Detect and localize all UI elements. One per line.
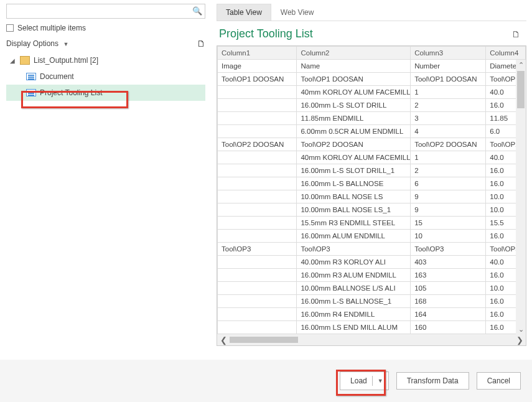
table-cell: 105 [411, 282, 486, 295]
scroll-left-icon[interactable]: ❮ [218, 335, 228, 345]
search-icon[interactable]: 🔍 [192, 6, 202, 16]
table-cell [218, 282, 297, 295]
folder-icon [20, 56, 30, 65]
table-cell: Tool\OP2 DOOSAN [297, 138, 411, 151]
table-cell: 16.00mm L-S SLOT DRILL_1 [297, 164, 411, 177]
table-row[interactable]: 16.00mm L-S BALLNOSE_116816.0 [218, 295, 526, 308]
table-row[interactable]: 10.00mm BALL NOSE LS910.0 [218, 190, 526, 203]
table-cell: 16.00mm LS END MILL ALUM [297, 321, 411, 334]
table-cell: 163 [411, 269, 486, 282]
table-cell: 16.00mm R3 ALUM ENDMILL [297, 269, 411, 282]
table-cell: Tool\OP3 [297, 243, 411, 256]
collapse-icon[interactable]: ◢ [9, 57, 16, 64]
preview-title: Project Tooling List [219, 27, 313, 40]
table-cell: 164 [411, 308, 486, 321]
table-cell [218, 99, 297, 112]
table-header-row: Column1 Column2 Column3 Column4 [218, 47, 526, 60]
table-row[interactable]: 10.00mm BALL NOSE LS_1910.0 [218, 203, 526, 217]
table-cell: 16.00mm L-S BALLNOSE [297, 177, 411, 190]
table-row[interactable]: 16.00mm ALUM ENDMILL1016.0 [218, 230, 526, 243]
table-cell: Tool\OP1 DOOSAN [218, 73, 297, 86]
table-cell: 2 [411, 99, 486, 112]
table-cell: 10.00mm BALL NOSE LS [297, 190, 411, 203]
refresh-icon[interactable]: 🗋 [197, 39, 205, 49]
scroll-thumb[interactable] [517, 71, 525, 108]
scroll-thumb[interactable] [230, 337, 298, 343]
table-cell: Image [218, 60, 297, 73]
horizontal-scrollbar[interactable]: ❮ ❯ [217, 334, 526, 345]
table-cell [218, 125, 297, 138]
tree-item-document[interactable]: Document [6, 68, 205, 85]
table-cell: 160 [411, 321, 486, 334]
table-cell [218, 112, 297, 125]
tree-root-item[interactable]: ◢ List_Output.html [2] [6, 52, 205, 68]
table-row[interactable]: 40mm KORLOY ALUM FACEMILL140.0 [218, 86, 526, 99]
table-cell: 403 [411, 256, 486, 269]
table-cell: 168 [411, 295, 486, 308]
table-cell: 6.00mm 0.5CR ALUM ENDMILL [297, 125, 411, 138]
cancel-button[interactable]: Cancel [477, 372, 521, 390]
search-box[interactable]: 🔍 [6, 4, 205, 19]
table-cell [218, 308, 297, 321]
column-header[interactable]: Column3 [411, 47, 486, 60]
table-row[interactable]: 10.00mm BALLNOSE L/S ALI10510.0 [218, 282, 526, 295]
table-row[interactable]: 11.85mm ENDMILL311.85 [218, 112, 526, 125]
table-cell [218, 151, 297, 164]
transform-data-button[interactable]: Transform Data [396, 372, 469, 390]
scroll-down-icon[interactable]: ⌄ [516, 324, 526, 334]
table-cell [218, 203, 297, 217]
column-header[interactable]: Column1 [218, 47, 297, 60]
options-icon[interactable]: 🗋 [511, 29, 520, 39]
table-cell: 11.85mm ENDMILL [297, 112, 411, 125]
table-cell: 16.00mm L-S SLOT DRILL [297, 99, 411, 112]
table-row[interactable]: 16.00mm LS END MILL ALUM16016.0 [218, 321, 526, 334]
footer-bar: Load ▼ Transform Data Cancel [0, 360, 532, 402]
data-table-container: Column1 Column2 Column3 Column4 ImageNam… [217, 45, 526, 346]
tree-item-project-tooling-list[interactable]: Project Tooling List [6, 85, 205, 101]
chevron-down-icon[interactable]: ▼ [378, 378, 383, 384]
vertical-scrollbar[interactable]: ⌃ ⌄ [516, 60, 526, 334]
table-cell: Tool\OP2 DOOSAN [411, 138, 486, 151]
table-row[interactable]: Tool\OP2 DOOSANTool\OP2 DOOSANTool\OP2 D… [218, 138, 526, 151]
tab-table-view[interactable]: Table View [217, 4, 271, 21]
table-cell: 10 [411, 230, 486, 243]
table-row[interactable]: 40mm KORLOY ALUM FACEMILL_1140.0 [218, 151, 526, 164]
table-icon [26, 89, 36, 96]
table-row[interactable]: Tool\OP3Tool\OP3Tool\OP3Tool\OP3 [218, 243, 526, 256]
table-row[interactable]: 16.00mm R3 ALUM ENDMILL16316.0 [218, 269, 526, 282]
scroll-right-icon[interactable]: ❯ [515, 335, 525, 345]
table-row[interactable]: 15.5mm R3 ENDMILL STEEL1515.5 [218, 217, 526, 230]
table-cell: 15.5mm R3 ENDMILL STEEL [297, 217, 411, 230]
checkbox-icon[interactable] [6, 24, 14, 32]
select-multiple-label: Select multiple items [17, 24, 86, 32]
table-cell: 1 [411, 151, 486, 164]
table-cell [218, 164, 297, 177]
table-cell [218, 86, 297, 99]
table-row[interactable]: 16.00mm L-S SLOT DRILL_1216.0 [218, 164, 526, 177]
column-header[interactable]: Column4 [486, 47, 526, 60]
table-cell: 3 [411, 112, 486, 125]
tree-item-label: List_Output.html [2] [34, 56, 98, 65]
table-row[interactable]: ImageNameNumberDiameter [218, 60, 526, 73]
table-cell: 1 [411, 86, 486, 99]
search-input[interactable] [7, 4, 205, 18]
tab-web-view[interactable]: Web View [271, 4, 324, 21]
table-cell: 9 [411, 203, 486, 217]
column-header[interactable]: Column2 [297, 47, 411, 60]
load-button[interactable]: Load ▼ [340, 372, 389, 390]
table-cell: Number [411, 60, 486, 73]
table-cell: 40.00mm R3 KORLOY ALI [297, 256, 411, 269]
table-cell: Tool\OP2 DOOSAN [218, 138, 297, 151]
table-row[interactable]: 40.00mm R3 KORLOY ALI40340.0 [218, 256, 526, 269]
table-row[interactable]: 16.00mm L-S SLOT DRILL216.0 [218, 99, 526, 112]
scroll-up-icon[interactable]: ⌃ [516, 60, 526, 70]
select-multiple-items[interactable]: Select multiple items [6, 24, 205, 32]
table-row[interactable]: Tool\OP1 DOOSANTool\OP1 DOOSANTool\OP1 D… [218, 73, 526, 86]
table-cell: Tool\OP3 [411, 243, 486, 256]
table-row[interactable]: 16.00mm R4 ENDMILL16416.0 [218, 308, 526, 321]
table-row[interactable]: 6.00mm 0.5CR ALUM ENDMILL46.0 [218, 125, 526, 138]
table-cell: 16.00mm ALUM ENDMILL [297, 230, 411, 243]
view-tabs: Table View Web View [217, 4, 526, 21]
table-row[interactable]: 16.00mm L-S BALLNOSE616.0 [218, 177, 526, 190]
display-options-dropdown[interactable]: Display Options ▼ [6, 39, 68, 48]
